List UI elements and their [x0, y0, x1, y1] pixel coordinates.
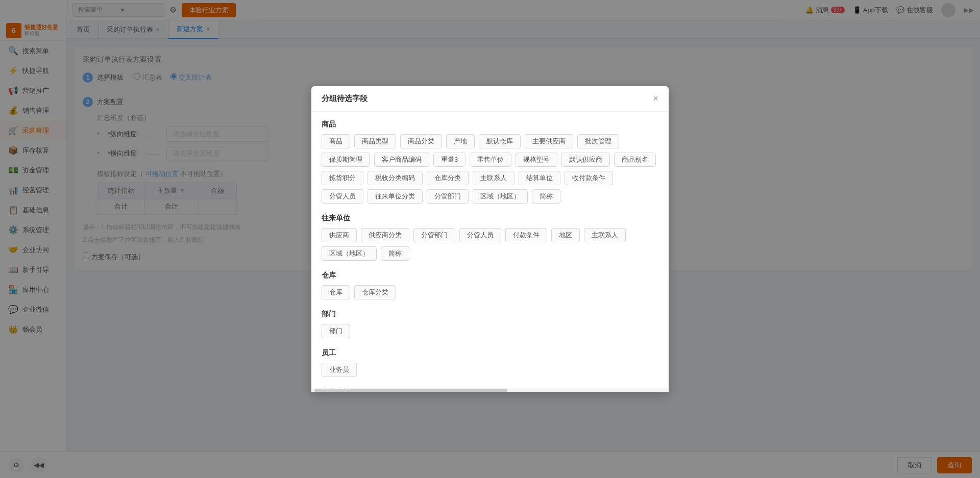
field-tags-0: 商品商品类型商品分类产地默认仓库主要供应商批次管理保质期管理客户商品编码重量3零… — [322, 134, 658, 204]
field-tag-0-18[interactable]: 结算单位 — [519, 171, 560, 185]
field-tag-2-1[interactable]: 仓库分类 — [354, 285, 396, 299]
field-tag-0-21[interactable]: 往来单位分类 — [368, 189, 423, 204]
modal-body: 商品商品商品类型商品分类产地默认仓库主要供应商批次管理保质期管理客户商品编码重量… — [311, 112, 669, 388]
field-tag-0-1[interactable]: 商品类型 — [354, 134, 396, 148]
modal-section-3: 部门部门 — [322, 310, 658, 338]
field-tag-3-0[interactable]: 部门 — [322, 324, 350, 338]
field-tag-0-19[interactable]: 收付款条件 — [565, 171, 613, 185]
field-tag-0-17[interactable]: 主联系人 — [473, 171, 514, 185]
field-tag-1-7[interactable]: 区域（地区） — [322, 246, 377, 261]
field-tag-1-0[interactable]: 供应商 — [322, 228, 357, 242]
field-tag-0-10[interactable]: 零售单位 — [470, 153, 511, 167]
modal-title: 分组待选字段 — [322, 94, 368, 104]
modal-section-1: 往来单位供应商供应商分类分管部门分管人员付款条件地区主联系人区域（地区）简称 — [322, 214, 658, 261]
field-tag-2-0[interactable]: 仓库 — [322, 285, 350, 299]
field-tag-0-9[interactable]: 重量3 — [433, 153, 465, 167]
field-tag-1-5[interactable]: 地区 — [551, 228, 580, 242]
field-tag-0-5[interactable]: 主要供应商 — [525, 134, 573, 148]
field-tag-0-4[interactable]: 默认仓库 — [479, 134, 521, 148]
field-tag-1-6[interactable]: 主联系人 — [584, 228, 626, 242]
field-tag-0-3[interactable]: 产地 — [446, 134, 475, 148]
field-tag-0-6[interactable]: 批次管理 — [577, 134, 619, 148]
field-tag-1-4[interactable]: 付款条件 — [505, 228, 547, 242]
modal-section-2: 仓库仓库仓库分类 — [322, 271, 658, 299]
section-title-2: 仓库 — [322, 271, 658, 280]
field-tag-0-7[interactable]: 保质期管理 — [322, 153, 370, 167]
field-tags-4: 业务员 — [322, 363, 658, 377]
field-tags-1: 供应商供应商分类分管部门分管人员付款条件地区主联系人区域（地区）简称 — [322, 228, 658, 261]
field-tags-3: 部门 — [322, 324, 658, 338]
section-title-1: 往来单位 — [322, 214, 658, 223]
field-tag-0-12[interactable]: 默认供应商 — [561, 153, 610, 167]
field-tag-0-0[interactable]: 商品 — [322, 134, 350, 148]
field-tag-0-2[interactable]: 商品分类 — [400, 134, 442, 148]
field-tag-0-20[interactable]: 分管人员 — [322, 189, 363, 204]
horizontal-scrollbar[interactable] — [311, 388, 669, 392]
field-tag-4-0[interactable]: 业务员 — [322, 363, 357, 377]
field-tag-0-14[interactable]: 拣货积分 — [322, 171, 363, 185]
field-tag-1-3[interactable]: 分管人员 — [459, 228, 501, 242]
field-tag-1-8[interactable]: 简称 — [381, 246, 409, 261]
field-tag-0-23[interactable]: 区域（地区） — [473, 189, 528, 204]
section-title-3: 部门 — [322, 310, 658, 319]
section-title-0: 商品 — [322, 120, 658, 129]
field-tag-0-15[interactable]: 税收分类编码 — [368, 171, 423, 185]
modal: 分组待选字段 × 商品商品商品类型商品分类产地默认仓库主要供应商批次管理保质期管… — [311, 86, 669, 392]
section-title-4: 员工 — [322, 348, 658, 358]
field-tag-0-22[interactable]: 分管部门 — [427, 189, 469, 204]
modal-header: 分组待选字段 × — [311, 86, 669, 112]
field-tag-0-13[interactable]: 商品别名 — [614, 153, 656, 167]
modal-close-icon[interactable]: × — [653, 93, 658, 104]
modal-section-4: 员工业务员 — [322, 348, 658, 377]
field-tag-1-2[interactable]: 分管部门 — [413, 228, 455, 242]
field-tag-0-16[interactable]: 仓库分类 — [427, 171, 469, 185]
field-tag-0-24[interactable]: 简称 — [532, 189, 560, 204]
modal-section-0: 商品商品商品类型商品分类产地默认仓库主要供应商批次管理保质期管理客户商品编码重量… — [322, 120, 658, 204]
field-tags-2: 仓库仓库分类 — [322, 285, 658, 299]
field-tag-1-1[interactable]: 供应商分类 — [361, 228, 409, 242]
field-tag-0-8[interactable]: 客户商品编码 — [374, 153, 429, 167]
scrollbar-thumb — [314, 389, 507, 392]
field-tag-0-11[interactable]: 规格型号 — [516, 153, 557, 167]
